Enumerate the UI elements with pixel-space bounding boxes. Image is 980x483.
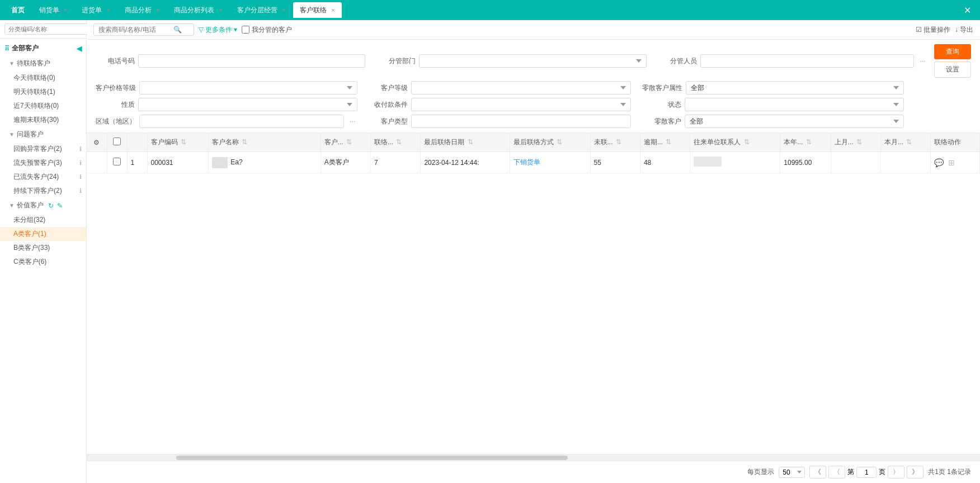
export-btn[interactable]: ↓ 导出 — [955, 25, 973, 35]
close-analysis-tab-icon[interactable]: × — [156, 7, 159, 13]
th-contact[interactable]: 联络... ⇅ — [371, 133, 421, 152]
nav-tab-customer-contact[interactable]: 客户联络 × — [293, 2, 341, 18]
content-area: 🔍 ▽ 更多条件 ▾ 我分管的客户 ☑ 批量操作 ↓ 导出 — [87, 20, 980, 483]
filter-row-1: 电话号码 分管部门 分管人员 ··· 查询 设置 — [96, 44, 971, 78]
close-analysis-list-tab-icon[interactable]: × — [219, 7, 222, 13]
payment-select[interactable] — [411, 98, 630, 111]
sidebar-section-problem[interactable]: ▼ 问题客户 — [0, 127, 86, 142]
nav-tab-purchase[interactable]: 进货单 × — [75, 2, 116, 18]
th-name[interactable]: 客户名称 ⇅ — [208, 133, 321, 152]
th-last-method[interactable]: 最后联络方式 ⇅ — [510, 133, 590, 152]
sidebar-section-value[interactable]: ▼ 价值客户 ↻ ✎ — [0, 198, 86, 213]
next-page-btn[interactable]: 〉 — [888, 466, 904, 479]
th-settings[interactable]: ⚙ — [87, 133, 107, 152]
qr-action-icon[interactable]: ⊞ — [948, 158, 955, 167]
more-filter-btn[interactable]: ▽ 更多条件 ▾ — [199, 25, 237, 35]
sort-uncontacted-icon: ⇅ — [616, 138, 621, 146]
last-page-btn[interactable]: 》 — [907, 466, 924, 479]
close-purchase-tab-icon[interactable]: × — [106, 7, 110, 13]
phone-input[interactable] — [138, 54, 365, 68]
sidebar-item-declining[interactable]: 持续下滑客户(2) ℹ — [0, 184, 86, 198]
close-sales-tab-icon[interactable]: × — [64, 7, 67, 13]
nature-label: 性质 — [96, 100, 135, 110]
edit-value-icon[interactable]: ✎ — [57, 202, 63, 210]
info-declining-icon: ℹ — [79, 187, 82, 195]
th-overdue[interactable]: 逾期... ⇅ — [640, 133, 690, 152]
sidebar-item-churn-warn[interactable]: 流失预警客户(3) ℹ — [0, 156, 86, 170]
prev-page-btn[interactable]: 〈 — [828, 466, 845, 479]
collapse-sidebar-icon[interactable]: ◀ — [77, 45, 82, 53]
th-last-month[interactable]: 上月... ⇅ — [831, 133, 880, 152]
row-checkbox[interactable] — [113, 158, 121, 165]
arrow-problem-icon: ▼ — [9, 131, 15, 138]
search-input[interactable] — [98, 26, 171, 34]
sidebar-item-class-c[interactable]: C类客户(6) — [0, 255, 86, 269]
select-all-checkbox[interactable] — [113, 138, 121, 145]
customer-table: ⚙ 客户编码 ⇅ 客户名称 ⇅ 客户... ⇅ 联络... ⇅ 最后联络日期 ⇅… — [87, 133, 980, 173]
sidebar-section-pending[interactable]: ▼ 待联络客户 — [0, 56, 86, 71]
th-this-year[interactable]: 本年... ⇅ — [780, 133, 831, 152]
customer-level-select[interactable] — [411, 81, 630, 94]
info-churnwarn-icon: ℹ — [79, 159, 82, 167]
region-input[interactable] — [139, 115, 344, 128]
filter-payment: 收付款条件 — [369, 98, 630, 111]
region-dots-icon[interactable]: ··· — [347, 117, 357, 125]
pagination-bar: 每页显示 50 100 200 《 〈 第 页 〉 》 共1页 1条记录 — [87, 461, 980, 483]
close-contact-tab-icon[interactable]: × — [331, 7, 334, 13]
sidebar-all-customers[interactable]: ⠿ 全部客户 ◀ — [0, 41, 86, 56]
th-seq — [127, 133, 147, 152]
main-layout: 🔍 ⠿ 全部客户 ◀ ▼ 待联络客户 今天待联络(0) 明天待联络(1) 近7天… — [0, 20, 980, 483]
sidebar-item-repurchase[interactable]: 回购异常客户(2) ℹ — [0, 142, 86, 156]
scrollbar-thumb[interactable] — [176, 456, 568, 460]
sidebar-item-ungrouped[interactable]: 未分组(32) — [0, 213, 86, 227]
sidebar-item-churned[interactable]: 已流失客户(24) ℹ — [0, 170, 86, 184]
sidebar-item-class-b[interactable]: B类客户(33) — [0, 241, 86, 255]
sidebar-item-today[interactable]: 今天待联络(0) — [0, 71, 86, 85]
page-number-input[interactable] — [856, 467, 877, 478]
window-close-icon[interactable]: ✕ — [959, 3, 976, 18]
message-action-icon[interactable]: 💬 — [934, 158, 944, 167]
close-segment-tab-icon[interactable]: × — [282, 7, 285, 13]
nav-tab-sales[interactable]: 销货单 × — [32, 2, 74, 18]
batch-op-btn[interactable]: ☑ 批量操作 — [916, 25, 950, 35]
sidebar-item-tomorrow[interactable]: 明天待联络(1) — [0, 85, 86, 99]
nav-tab-customer-segment[interactable]: 客户分层经营 × — [230, 2, 292, 18]
search-filter-icon[interactable]: 🔍 — [173, 26, 182, 34]
filter-phone: 电话号码 — [96, 54, 365, 68]
price-level-select[interactable] — [139, 81, 357, 94]
nav-tab-analysis-list[interactable]: 商品分析列表 × — [167, 2, 229, 18]
settings-button[interactable]: 设置 — [934, 61, 971, 78]
person-input[interactable] — [700, 54, 914, 68]
last-method-link[interactable]: 下销货单 — [513, 158, 540, 166]
dept-select[interactable] — [419, 54, 646, 68]
retail-attr-select[interactable]: 全部 — [686, 81, 904, 94]
sidebar-search-input[interactable] — [4, 23, 89, 35]
retail-customer-select[interactable]: 全部 — [685, 115, 904, 128]
query-button[interactable]: 查询 — [934, 44, 971, 59]
refresh-value-icon[interactable]: ↻ — [48, 202, 54, 210]
first-page-btn[interactable]: 《 — [809, 466, 826, 479]
customer-type-input[interactable] — [411, 115, 630, 128]
sidebar-item-overdue[interactable]: 逾期未联络(30) — [0, 113, 86, 127]
nature-select[interactable] — [138, 98, 357, 111]
sidebar-item-7days[interactable]: 近7天待联络(0) — [0, 99, 86, 113]
nav-home[interactable]: 首页 — [4, 2, 31, 18]
my-customer-check[interactable] — [242, 26, 249, 34]
filter-retail-customer: 零散客户 全部 — [642, 115, 904, 128]
nav-tab-analysis[interactable]: 商品分析 × — [118, 2, 166, 18]
th-uncontacted[interactable]: 未联... ⇅ — [590, 133, 640, 152]
my-customer-checkbox[interactable]: 我分管的客户 — [242, 25, 292, 35]
th-type[interactable]: 客户... ⇅ — [321, 133, 370, 152]
horizontal-scrollbar[interactable] — [87, 454, 980, 461]
status-select[interactable] — [685, 98, 904, 111]
th-code[interactable]: 客户编码 ⇅ — [147, 133, 208, 152]
page-size-select[interactable]: 50 100 200 — [779, 467, 805, 478]
th-unit-contact[interactable]: 往来单位联系人 ⇅ — [690, 133, 780, 152]
sort-contact-icon: ⇅ — [396, 138, 402, 146]
batch-op-check-icon: ☑ — [916, 26, 922, 34]
th-last-date[interactable]: 最后联络日期 ⇅ — [421, 133, 510, 152]
td-last-date: 2023-04-12 14:44: — [421, 152, 510, 173]
sidebar-item-class-a[interactable]: A类客户(1) — [0, 227, 86, 241]
person-dots-icon[interactable]: ··· — [917, 57, 927, 65]
th-this-month[interactable]: 本月... ⇅ — [881, 133, 931, 152]
